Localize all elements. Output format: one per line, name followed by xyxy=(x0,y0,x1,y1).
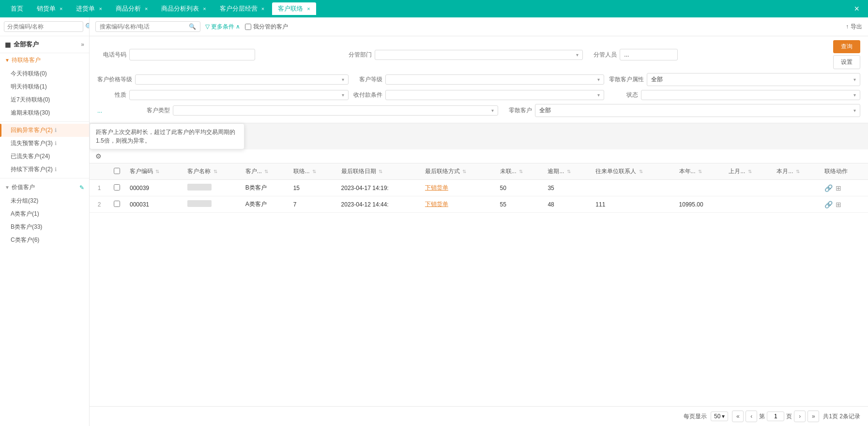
cell-contact-count: 7 xyxy=(289,196,336,213)
prev-page-btn[interactable]: ‹ xyxy=(746,411,757,422)
nav-customer-layer[interactable]: 客户分层经营 × xyxy=(214,2,270,15)
row-checkbox[interactable] xyxy=(114,201,120,207)
nav-home[interactable]: 首页 xyxy=(5,2,29,15)
retail-attr-select[interactable]: 全部 ▾ xyxy=(647,73,860,86)
nav-product-analysis[interactable]: 商品分析 × xyxy=(110,2,153,15)
more-conditions-btn[interactable]: ▽ 更多条件 ∧ xyxy=(205,23,240,31)
gender-chevron: ▾ xyxy=(342,92,344,98)
table-scroll-container[interactable]: 客户编码 ⇅ 客户名称 ⇅ 客户... ⇅ xyxy=(90,163,868,406)
col-header-last-method: 最后联络方式 ⇅ xyxy=(420,163,495,180)
price-grade-chevron: ▾ xyxy=(342,77,344,82)
cell-name xyxy=(183,180,240,196)
my-customers-cb-input[interactable] xyxy=(245,24,251,30)
sidebar-repeat-buy-abnormal[interactable]: 回购异常客户(2) ℹ xyxy=(0,124,89,137)
sidebar-c-class[interactable]: C类客户(6) xyxy=(0,234,89,247)
retail-customer-select[interactable]: 全部 ▾ xyxy=(535,104,860,117)
per-page-select[interactable]: 50 ▾ xyxy=(711,411,728,421)
sort-contact-person-icon[interactable]: ⇅ xyxy=(639,169,643,174)
sidebar-a-class[interactable]: A类客户(1) xyxy=(0,207,89,220)
sidebar-unclassified[interactable]: 未分组(32) xyxy=(0,194,89,207)
export-button[interactable]: ↑ 导出 xyxy=(846,23,862,31)
cell-last-method[interactable]: 下销货单 xyxy=(420,196,495,213)
sidebar-collapse-icon[interactable]: » xyxy=(81,41,84,48)
customer-type-select[interactable]: ▾ xyxy=(173,105,498,116)
query-button[interactable]: 查询 xyxy=(833,40,860,53)
action-grid-icon[interactable]: ⊞ xyxy=(836,184,841,192)
customer-grade-select[interactable]: ▾ xyxy=(385,74,605,85)
nav-product-list[interactable]: 商品分析列表 × xyxy=(155,2,212,15)
sort-contact-icon[interactable]: ⇅ xyxy=(312,169,316,174)
sidebar-already-loss[interactable]: 已流失客户(24) xyxy=(0,150,89,163)
sort-last-month-icon[interactable]: ⇅ xyxy=(748,169,752,174)
col-header-contact-count: 联络... ⇅ xyxy=(289,163,336,180)
last-method-link[interactable]: 下销货单 xyxy=(425,184,448,191)
nav-sales[interactable]: 销货单 × xyxy=(31,2,68,15)
nav-customer-contact[interactable]: 客户联络 × xyxy=(272,2,316,15)
action-link-icon[interactable]: 🔗 xyxy=(824,184,833,192)
cell-last-method[interactable]: 下销货单 xyxy=(420,180,495,196)
sort-code-icon[interactable]: ⇅ xyxy=(155,169,159,174)
sidebar-tomorrow-contact[interactable]: 明天待联络(1) xyxy=(0,80,89,93)
expanded-filter: 电话号码 分管部门 ▾ 分管人员 ... 查询 xyxy=(90,36,868,123)
main-search-icon[interactable]: 🔍 xyxy=(189,23,196,30)
sidebar-value-group[interactable]: ▼ 价值客户 ✎ xyxy=(0,180,89,194)
sidebar-continuous-drop[interactable]: 持续下滑客户(2) ℹ xyxy=(0,163,89,176)
nav-purchase-close[interactable]: × xyxy=(99,6,102,12)
person-select[interactable]: ... xyxy=(620,49,678,60)
edit-icon[interactable]: ✎ xyxy=(79,184,84,191)
col-header-last-month: 上月... ⇅ xyxy=(724,163,772,180)
sidebar-wait-contact-group[interactable]: ▼ 待联络客户 xyxy=(0,53,89,67)
sidebar-7days-contact[interactable]: 近7天待联络(0) xyxy=(0,93,89,106)
nav-customer-contact-close[interactable]: × xyxy=(307,6,310,12)
nav-product-list-close[interactable]: × xyxy=(203,6,206,12)
tooltip-box: 距客户上次交易时长，超过了此客户的平均交易周期的1.5倍，则视为异常。 xyxy=(90,123,244,149)
cell-checkbox[interactable] xyxy=(109,180,125,196)
cell-this-month xyxy=(772,180,820,196)
cell-checkbox[interactable] xyxy=(109,196,125,213)
sidebar-overdue-contact[interactable]: 逾期未联络(30) xyxy=(0,106,89,119)
next-page-btn[interactable]: › xyxy=(794,411,806,422)
window-close-button[interactable]: × xyxy=(850,4,863,14)
sort-last-date-icon[interactable]: ⇅ xyxy=(379,169,382,174)
sidebar-search-icon[interactable]: 🔍 xyxy=(85,23,90,30)
status-select[interactable]: ▾ xyxy=(641,90,860,100)
dept-select[interactable]: ▾ xyxy=(375,50,583,60)
export-icon: ↑ xyxy=(846,23,849,30)
payment-select[interactable]: ▾ xyxy=(385,90,605,100)
page-number-input[interactable] xyxy=(767,411,784,421)
nav-sales-close[interactable]: × xyxy=(60,6,62,12)
select-all-checkbox[interactable] xyxy=(114,168,120,174)
sort-this-month-icon[interactable]: ⇅ xyxy=(796,169,800,174)
gender-select[interactable]: ▾ xyxy=(129,90,349,100)
nav-product-analysis-close[interactable]: × xyxy=(145,6,148,12)
last-page-btn[interactable]: » xyxy=(807,411,819,422)
main-search-input[interactable] xyxy=(100,23,187,30)
sidebar-search-input[interactable] xyxy=(4,21,83,32)
sort-name-icon[interactable]: ⇅ xyxy=(213,169,217,174)
setting-button[interactable]: 设置 xyxy=(833,55,860,69)
sidebar-loss-warning[interactable]: 流失预警客户(3) ℹ xyxy=(0,137,89,150)
cell-action: 🔗 ⊞ xyxy=(820,196,868,213)
sort-method-icon[interactable]: ⇅ xyxy=(462,169,466,174)
sort-this-year-icon[interactable]: ⇅ xyxy=(698,169,702,174)
sidebar-today-contact[interactable]: 今天待联络(0) xyxy=(0,67,89,80)
sort-grade-icon[interactable]: ⇅ xyxy=(264,169,268,174)
sidebar-b-class[interactable]: B类客户(33) xyxy=(0,220,89,234)
last-method-link[interactable]: 下销货单 xyxy=(425,201,448,207)
sort-uncontacted-icon[interactable]: ⇅ xyxy=(519,169,523,174)
row-checkbox[interactable] xyxy=(114,184,120,191)
nav-purchase[interactable]: 进货单 × xyxy=(70,2,107,15)
action-grid-icon[interactable]: ⊞ xyxy=(836,201,841,208)
price-grade-select[interactable]: ▾ xyxy=(135,74,349,85)
action-link-icon[interactable]: 🔗 xyxy=(824,201,833,208)
table-settings-icon[interactable]: ⚙ xyxy=(95,152,102,160)
main-layout: 🔍 ▦ 全部客户 » ▼ 待联络客户 今天待联络(0) 明天待联络(1) 近7天… xyxy=(0,17,868,426)
first-page-btn[interactable]: « xyxy=(732,411,744,422)
content-area: 🔍 ▽ 更多条件 ∧ 我分管的客户 ↑ 导出 电话号码 xyxy=(90,17,868,426)
sort-overdue-icon[interactable]: ⇅ xyxy=(567,169,571,174)
my-customers-checkbox[interactable]: 我分管的客户 xyxy=(245,23,288,31)
nav-customer-layer-close[interactable]: × xyxy=(261,6,264,12)
table-header-row: 客户编码 ⇅ 客户名称 ⇅ 客户... ⇅ xyxy=(90,163,868,180)
phone-input[interactable] xyxy=(129,49,255,60)
more-dots-btn[interactable]: ... xyxy=(97,107,102,114)
